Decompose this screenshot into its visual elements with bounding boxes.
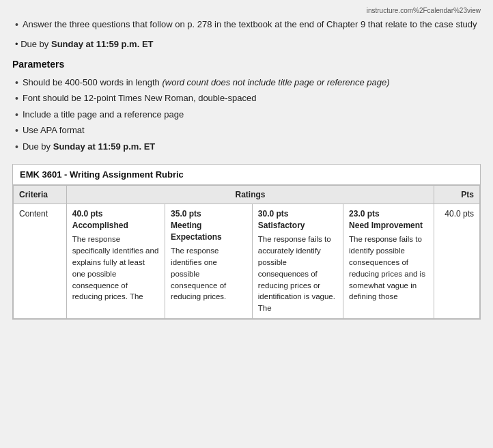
param-item-2: • Font should be 12-point Times New Roma… <box>12 92 481 106</box>
param-item-4: • Use APA format <box>12 124 481 138</box>
rating-cell-1: 40.0 pts Accomplished The response speci… <box>66 204 165 319</box>
page-container: instructure.com%2Fcalendar%23view • Answ… <box>0 0 493 448</box>
rating-cell-3: 30.0 pts Satisfactory The response fails… <box>252 204 343 319</box>
param-dot-2: • <box>15 92 18 106</box>
param-text-1: Should be 400-500 words in length (word … <box>23 76 390 89</box>
bullet-dot-1: • <box>15 18 18 32</box>
param-item-1: • Should be 400-500 words in length (wor… <box>12 76 481 90</box>
table-row: Content 40.0 pts Accomplished The respon… <box>14 204 480 319</box>
due-prefix-1: • Due by <box>15 39 51 49</box>
criteria-cell: Content <box>14 204 67 319</box>
intro-text-1: Answer the three questions that follow o… <box>23 18 477 31</box>
rating-pts-4: 23.0 pts <box>349 208 428 220</box>
rubric-table: Criteria Ratings Pts Content 40.0 pts Ac… <box>13 185 480 320</box>
header-ratings: Ratings <box>66 185 434 204</box>
header-pts: Pts <box>434 185 480 204</box>
due-bold-1: Sunday at 11:59 p.m. ET <box>51 39 154 49</box>
rating-cell-4: 23.0 pts Need Improvement The response f… <box>343 204 434 319</box>
param-dot-3: • <box>15 109 18 122</box>
param-text-2: Font should be 12-point Times New Roman,… <box>23 92 257 105</box>
rating-label-3: Satisfactory <box>258 220 337 232</box>
rubric-container: EMK 3601 - Writing Assignment Rubric Cri… <box>12 164 481 320</box>
pts-cell: 40.0 pts <box>434 204 480 319</box>
parameters-list: • Should be 400-500 words in length (wor… <box>12 76 481 154</box>
param-dot-1: • <box>15 76 18 90</box>
param-text-4: Use APA format <box>23 124 85 137</box>
param-item-5: • Due by Sunday at 11:59 p.m. ET <box>12 141 481 154</box>
parameters-heading: Parameters <box>12 59 481 70</box>
param-dot-5: • <box>15 141 18 154</box>
rating-desc-4: The response fails to identify possible … <box>349 235 425 300</box>
param-text-5: Due by Sunday at 11:59 p.m. ET <box>23 141 155 154</box>
param-text-3: Include a title page and a reference pag… <box>23 109 184 122</box>
intro-section: • Answer the three questions that follow… <box>12 18 481 32</box>
url-bar: instructure.com%2Fcalendar%23view <box>12 7 481 14</box>
rating-cell-2: 35.0 pts Meeting Expectations The respon… <box>165 204 253 319</box>
rating-desc-2: The response identifies one possible con… <box>171 247 226 300</box>
rubric-title: EMK 3601 - Writing Assignment Rubric <box>13 165 480 185</box>
param-item-3: • Include a title page and a reference p… <box>12 109 481 122</box>
rating-pts-3: 30.0 pts <box>258 208 337 220</box>
rating-pts-2: 35.0 pts <box>171 208 246 220</box>
rating-desc-3: The response fails to accurately identif… <box>258 235 335 312</box>
header-criteria: Criteria <box>14 185 67 204</box>
rating-label-1: Accomplished <box>72 220 159 232</box>
due-line-1: • Due by Sunday at 11:59 p.m. ET <box>12 39 481 49</box>
rating-label-4: Need Improvement <box>349 220 428 232</box>
rating-label-2: Meeting Expectations <box>171 220 246 243</box>
rating-desc-1: The response specifically identifies and… <box>72 235 159 300</box>
intro-bullet1: • Answer the three questions that follow… <box>12 18 481 32</box>
param-dot-4: • <box>15 124 18 138</box>
rating-pts-1: 40.0 pts <box>72 208 159 220</box>
